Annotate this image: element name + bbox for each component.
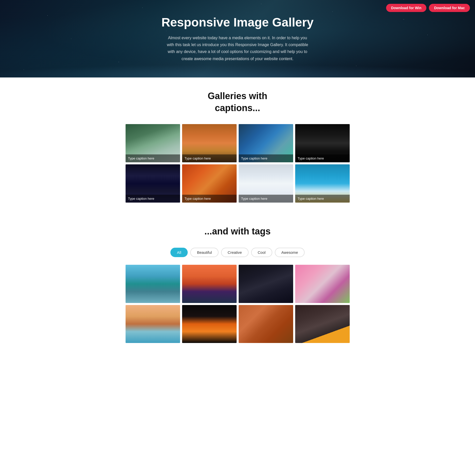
tag-cool-button[interactable]: Cool (251, 248, 272, 257)
tag-gallery-item-6[interactable] (182, 305, 237, 343)
tag-gallery-item-1[interactable] (126, 265, 180, 303)
header-description: Almost every website today have a media … (166, 34, 309, 62)
tag-gallery-image-1 (126, 265, 180, 303)
download-win-button[interactable]: Download for Win (386, 4, 427, 12)
gallery-caption-2: Type caption here (182, 154, 237, 162)
download-mac-button[interactable]: Download for Mac (429, 4, 470, 12)
tag-gallery-image-5 (126, 305, 180, 343)
captions-section-title: Galleries withcaptions... (126, 90, 350, 114)
hero-header: Download for Win Download for Mac Respon… (0, 0, 475, 77)
gallery-caption-5: Type caption here (126, 195, 180, 203)
gallery-caption-3: Type caption here (239, 154, 293, 162)
gallery-item-1[interactable]: Type caption here (126, 124, 180, 162)
gallery-caption-7: Type caption here (239, 195, 293, 203)
tag-gallery-image-7 (239, 305, 293, 343)
tags-bar: All Beautiful Creative Cool Awesome (126, 248, 350, 257)
header-title: Responsive Image Gallery (161, 15, 314, 29)
tag-gallery-image-3 (239, 265, 293, 303)
tag-gallery-item-8[interactable] (295, 305, 350, 343)
tag-beautiful-button[interactable]: Beautiful (190, 248, 218, 257)
gallery-caption-4: Type caption here (295, 154, 350, 162)
tag-gallery-image-6 (182, 305, 237, 343)
tags-section: ...and with tags All Beautiful Creative … (120, 213, 355, 353)
gallery-item-8[interactable]: Type caption here (295, 164, 350, 203)
tag-gallery-image-8 (295, 305, 350, 343)
gallery-caption-1: Type caption here (126, 154, 180, 162)
download-buttons: Download for Win Download for Mac (386, 4, 470, 12)
tag-gallery-item-7[interactable] (239, 305, 293, 343)
tag-gallery-image-2 (182, 265, 237, 303)
tag-awesome-button[interactable]: Awesome (275, 248, 305, 257)
gallery-caption-8: Type caption here (295, 195, 350, 203)
tag-gallery-item-2[interactable] (182, 265, 237, 303)
captions-section: Galleries withcaptions... Type caption h… (120, 77, 355, 213)
tag-gallery-item-4[interactable] (295, 265, 350, 303)
tags-gallery-grid (126, 265, 350, 343)
gallery-item-2[interactable]: Type caption here (182, 124, 237, 162)
captions-gallery-grid: Type caption here Type caption here Type… (126, 124, 350, 203)
gallery-caption-6: Type caption here (182, 195, 237, 203)
gallery-item-3[interactable]: Type caption here (239, 124, 293, 162)
tag-all-button[interactable]: All (170, 248, 188, 257)
tags-section-title: ...and with tags (126, 226, 350, 237)
gallery-item-4[interactable]: Type caption here (295, 124, 350, 162)
tag-gallery-image-4 (295, 265, 350, 303)
gallery-item-6[interactable]: Type caption here (182, 164, 237, 203)
tag-gallery-item-5[interactable] (126, 305, 180, 343)
tag-gallery-item-3[interactable] (239, 265, 293, 303)
gallery-item-7[interactable]: Type caption here (239, 164, 293, 203)
tag-creative-button[interactable]: Creative (221, 248, 249, 257)
gallery-item-5[interactable]: Type caption here (126, 164, 180, 203)
